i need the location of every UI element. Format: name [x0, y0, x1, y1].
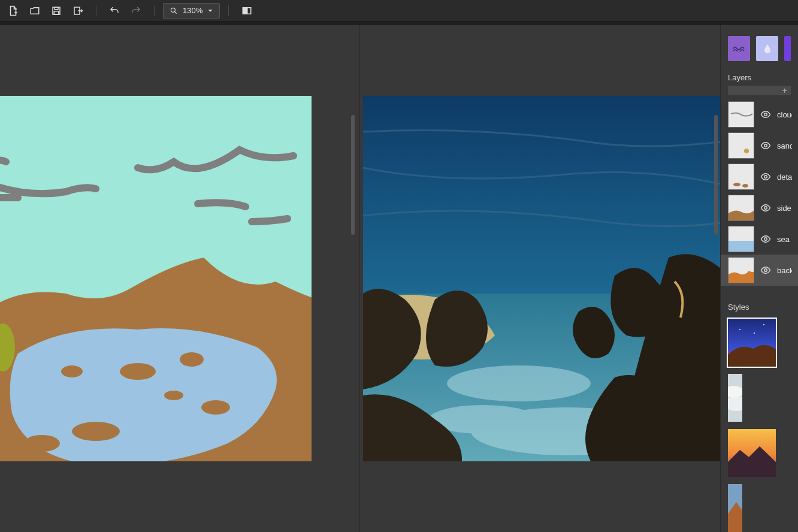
style-thumbnail[interactable]: [727, 373, 743, 423]
svg-point-4: [171, 8, 175, 12]
tool-swatch-drop[interactable]: [756, 36, 778, 61]
layer-thumb: [728, 164, 754, 190]
compare-view-button[interactable]: [237, 2, 256, 19]
svg-point-11: [72, 422, 120, 441]
plus-icon: +: [782, 86, 787, 95]
layer-label: cloud: [777, 110, 792, 119]
redo-button[interactable]: [126, 2, 146, 19]
svg-rect-1: [55, 7, 58, 10]
layer-thumb: [728, 101, 754, 128]
top-toolbar: 130%: [0, 0, 798, 22]
open-file-button[interactable]: [25, 2, 44, 19]
layers-list: cloud sand detail side r sea: [721, 99, 798, 286]
toolbar-separator: [96, 5, 96, 16]
layer-row[interactable]: sand: [721, 130, 798, 161]
layer-thumb: [728, 226, 754, 252]
svg-rect-33: [729, 241, 754, 252]
svg-rect-23: [729, 133, 754, 159]
layer-thumb: [728, 195, 754, 221]
svg-point-12: [24, 435, 60, 452]
svg-point-27: [733, 183, 740, 186]
zoom-control[interactable]: 130%: [163, 3, 220, 19]
svg-rect-26: [729, 164, 754, 190]
styles-title: Styles: [721, 297, 798, 315]
svg-rect-32: [729, 226, 754, 241]
svg-point-10: [180, 352, 204, 367]
svg-point-34: [764, 238, 767, 241]
svg-point-18: [447, 365, 591, 401]
style-thumbnail[interactable]: [727, 318, 777, 368]
layers-title: Layers: [721, 67, 798, 86]
layer-row[interactable]: sea: [721, 223, 798, 255]
undo-button[interactable]: [105, 2, 124, 19]
chevron-down-icon: [207, 8, 213, 14]
tool-swatch-extra[interactable]: [784, 36, 791, 61]
sketch-canvas[interactable]: [0, 96, 312, 461]
layer-label: back: [777, 266, 792, 275]
svg-point-14: [164, 391, 183, 400]
svg-point-25: [764, 144, 767, 147]
style-thumbnail[interactable]: [727, 428, 777, 478]
sketch-panel: [0, 25, 357, 532]
main-area: Layers + cloud sand detail sid: [0, 25, 798, 532]
layer-label: sand: [777, 141, 792, 150]
svg-point-40: [754, 332, 755, 334]
render-canvas[interactable]: [363, 96, 720, 461]
zoom-value: 130%: [183, 6, 202, 15]
svg-point-38: [739, 329, 740, 330]
layer-row[interactable]: back: [721, 255, 798, 286]
add-layer-button[interactable]: +: [728, 86, 791, 95]
svg-point-9: [120, 363, 156, 380]
svg-point-8: [61, 365, 83, 377]
side-panel: Layers + cloud sand detail sid: [720, 25, 798, 532]
sketch-scrollbar[interactable]: [351, 115, 355, 235]
svg-point-13: [201, 400, 230, 415]
styles-grid: [721, 315, 798, 532]
svg-point-29: [764, 176, 767, 179]
visibility-icon[interactable]: [760, 171, 771, 182]
visibility-icon[interactable]: [760, 140, 771, 151]
layer-row[interactable]: side r: [721, 192, 798, 223]
visibility-icon[interactable]: [760, 234, 771, 244]
svg-rect-6: [247, 7, 251, 14]
layer-row[interactable]: detail: [721, 161, 798, 192]
visibility-icon[interactable]: [760, 265, 771, 276]
layer-thumb: [728, 257, 754, 283]
layer-thumb: [728, 132, 754, 159]
svg-point-42: [728, 397, 743, 411]
svg-point-22: [764, 113, 767, 116]
render-scrollbar[interactable]: [714, 115, 718, 235]
svg-rect-5: [243, 7, 247, 14]
svg-point-28: [742, 184, 748, 188]
new-file-button[interactable]: [4, 2, 23, 19]
style-thumbnail[interactable]: [727, 483, 743, 532]
layer-label: side r: [777, 204, 792, 213]
svg-rect-2: [54, 11, 59, 14]
visibility-icon[interactable]: [760, 202, 771, 213]
toolbar-separator: [154, 5, 155, 16]
svg-point-39: [763, 324, 764, 325]
panel-divider[interactable]: [357, 25, 363, 532]
svg-point-36: [764, 269, 767, 272]
toolbar-separator: [228, 5, 229, 16]
tool-swatch-water[interactable]: [728, 36, 750, 61]
tool-swatch-row: [721, 25, 798, 67]
layer-label: sea: [777, 235, 790, 244]
layer-row[interactable]: cloud: [721, 99, 798, 130]
render-panel: [363, 25, 720, 532]
save-button[interactable]: [47, 2, 66, 19]
search-icon: [170, 7, 178, 15]
svg-point-24: [744, 149, 749, 153]
visibility-icon[interactable]: [760, 109, 771, 120]
layer-label: detail: [777, 173, 792, 182]
export-button[interactable]: [68, 2, 87, 19]
svg-point-31: [764, 207, 767, 210]
